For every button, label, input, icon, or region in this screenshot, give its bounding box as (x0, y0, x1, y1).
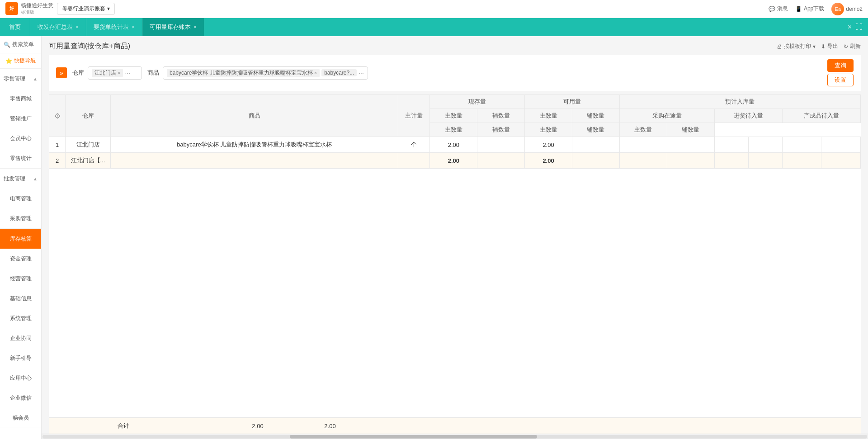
chevron-icon2: ▲ (33, 176, 38, 181)
sidebar-item-member2[interactable]: 畅会员 (0, 408, 41, 428)
cell-purchase-main-2 (619, 153, 667, 169)
bottom-scrollbar[interactable] (42, 434, 868, 439)
tab-available-label: 可用量库存账本 (150, 23, 191, 31)
tab-orders-close[interactable]: × (132, 24, 135, 30)
table-body: 1 江北门店 babycare学饮杯 儿童防摔防撞吸管杯重力球吸嘴杯宝宝水杯 个… (49, 137, 861, 169)
sidebar-item-member[interactable]: 会员中心 (0, 128, 41, 148)
sidebar-item-zero-sales[interactable]: 零售管理 ▲ (0, 69, 41, 89)
header-planned-in: 预计入库量 (619, 95, 860, 109)
sidebar-item-member2-label: 畅会员 (13, 414, 29, 422)
footer-available-total: 2.00 (312, 423, 348, 430)
expand-icon: » (60, 69, 63, 76)
cell-stock-aux-2 (477, 153, 525, 169)
sidebar-item-mall-label: 零售商城 (10, 95, 32, 103)
sidebar-item-purchase[interactable]: 采购管理 (0, 208, 41, 228)
sidebar-item-operations[interactable]: 经营管理 (0, 269, 41, 288)
filter-expand-button[interactable]: » (56, 67, 67, 78)
nav-tabs: 首页 收发存汇总表 × 要货单统计表 × 可用量库存账本 × × ⛶ (0, 18, 868, 36)
product-filter-more[interactable]: ··· (359, 69, 364, 76)
product-tag-2-text: babycare?... (324, 70, 354, 76)
tab-home-label: 首页 (9, 23, 21, 31)
sidebar-item-guide-label: 新手引导 (10, 354, 32, 362)
product-tag-1-close[interactable]: × (314, 70, 317, 76)
warehouse-filter-input[interactable]: 江北门店 × ··· (88, 66, 142, 80)
header-warehouse: 仓库 (66, 95, 111, 137)
quick-nav[interactable]: ⭐ 快捷导航 (0, 53, 41, 69)
cell-unit-2 (398, 153, 430, 169)
scroll-track (42, 435, 867, 439)
query-button[interactable]: 查询 (827, 59, 854, 72)
sidebar-item-basics[interactable]: 基础信息 (0, 288, 41, 308)
app-logo-icon: 好 (5, 2, 18, 15)
table-footer: 合计 2.00 2.00 (49, 417, 861, 434)
export-button[interactable]: ⬇ 导出 (821, 42, 838, 50)
sidebar-item-inventory[interactable]: 库存核算 (0, 229, 41, 249)
tab-available-close[interactable]: × (193, 24, 197, 30)
settings-button[interactable]: 设置 (827, 74, 854, 86)
tab-receipts-close[interactable]: × (75, 24, 79, 30)
product-tag-1-text: babycare学饮杯 儿童防摔防撞吸管杯重力球吸嘴杯宝宝水杯 (170, 69, 313, 77)
top-bar: 好 畅捷通好生意 标准版 母婴行业演示账套 ▾ 💬 消息 📱 App下载 Ea … (0, 0, 868, 18)
tab-orders[interactable]: 要货单统计表 × (86, 18, 142, 36)
phone-icon: 📱 (795, 6, 802, 12)
cell-finished-aux-1 (821, 137, 861, 153)
search-label: 搜索菜单 (12, 41, 34, 48)
cell-warehouse-2: 江北门店【... (66, 153, 111, 169)
header-available: 可用量 (525, 95, 620, 109)
header-finished-aux: 辅数量 (667, 123, 714, 137)
cell-finished-aux-2 (821, 153, 861, 169)
tab-available[interactable]: 可用量库存账本 × (142, 18, 204, 36)
sidebar-item-apps[interactable]: 应用中心 (0, 368, 41, 388)
header-stock: 现存量 (430, 95, 525, 109)
tab-receipts[interactable]: 收发存汇总表 × (30, 18, 86, 36)
cell-product-1: babycare学饮杯 儿童防摔防撞吸管杯重力球吸嘴杯宝宝水杯 (111, 137, 398, 153)
fullscreen-button[interactable]: ⛶ (855, 23, 863, 31)
chevron-icon: ▲ (33, 76, 38, 81)
warehouse-tag-close[interactable]: × (118, 70, 120, 76)
sidebar-item-system[interactable]: 系统管理 (0, 308, 41, 328)
table-gear-icon[interactable]: ⚙ (54, 112, 61, 120)
tab-home[interactable]: 首页 (0, 18, 30, 36)
message-button[interactable]: 💬 消息 (769, 5, 788, 13)
sidebar-item-marketing[interactable]: 营销推广 (0, 109, 41, 128)
sidebar: 🔍 搜索菜单 ⭐ 快捷导航 零售管理 ▲ 零售商城 营销推广 会员中心 零售统计 (0, 36, 42, 439)
user-profile[interactable]: Ea demo2 (831, 3, 863, 15)
data-table: ⚙ 仓库 商品 主计量 现存量 可用量 预计入库量 主数量 辅数量 (49, 94, 861, 169)
sidebar-item-marketing-label: 营销推广 (10, 115, 32, 123)
sidebar-item-enterprise[interactable]: 企业协同 (0, 328, 41, 348)
refresh-button[interactable]: ↻ 刷新 (844, 42, 861, 50)
sidebar-item-finance[interactable]: 资金管理 (0, 249, 41, 269)
cell-stock-main-2: 2.00 (430, 153, 477, 169)
refresh-label: 刷新 (850, 42, 861, 50)
scroll-thumb (290, 435, 537, 439)
cell-purchase-aux-1 (667, 137, 714, 153)
sidebar-item-ecommerce[interactable]: 电商管理 (0, 189, 41, 208)
app-download-button[interactable]: 📱 App下载 (795, 5, 824, 13)
download-label: App下载 (804, 5, 824, 13)
sidebar-search[interactable]: 🔍 搜索菜单 (0, 36, 41, 53)
product-filter-label: 商品 (147, 69, 159, 77)
sidebar-item-retail-stats[interactable]: 零售统计 (0, 148, 41, 168)
sidebar-item-retail-stats-label: 零售统计 (10, 155, 32, 162)
template-print-button[interactable]: 🖨 按模板打印 ▾ (777, 42, 816, 50)
industry-selector[interactable]: 母婴行业演示账套 ▾ (57, 3, 115, 15)
sidebar-item-mall[interactable]: 零售商城 (0, 89, 41, 109)
sidebar-item-guide[interactable]: 新手引导 (0, 348, 41, 368)
cell-finished-main-2 (782, 153, 821, 169)
warehouse-filter-more[interactable]: ··· (125, 69, 130, 76)
close-all-button[interactable]: × (848, 23, 852, 31)
cell-stock-aux-1 (477, 137, 525, 153)
header-stock-main: 主数量 (430, 109, 477, 123)
sidebar-item-wechat[interactable]: 企业微信 (0, 388, 41, 408)
product-filter-input[interactable]: babycare学饮杯 儿童防摔防撞吸管杯重力球吸嘴杯宝宝水杯 × babyca… (163, 66, 368, 80)
avatar: Ea (831, 3, 844, 15)
sidebar-item-basics-label: 基础信息 (10, 295, 32, 302)
content-inner: » 仓库 江北门店 × ··· 商品 (42, 55, 868, 434)
username-label: demo2 (846, 6, 863, 12)
sidebar-item-purchase-label: 采购管理 (10, 215, 32, 222)
sidebar-item-wholesale[interactable]: 批发管理 ▲ (0, 169, 41, 189)
header-finished: 产成品待入量 (782, 109, 860, 123)
header-avail-aux: 辅数量 (572, 109, 619, 123)
cell-warehouse-1: 江北门店 (66, 137, 111, 153)
sidebar-item-system-label: 系统管理 (10, 315, 32, 322)
